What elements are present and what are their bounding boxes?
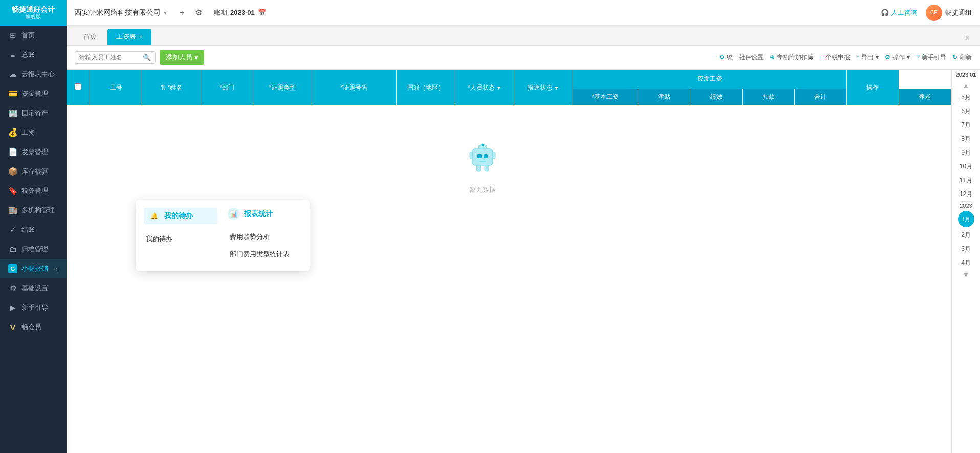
dropdown-header-1[interactable]: 🔔 我的待办: [144, 208, 217, 224]
search-box[interactable]: 🔍: [75, 51, 156, 64]
sidebar-item-member[interactable]: V 畅会员: [0, 317, 67, 337]
svg-rect-7: [485, 165, 489, 171]
month-list: 5月 6月 7月 8月 9月 10月 11月 12月: [952, 91, 980, 201]
social-insurance-button[interactable]: ⚙ 统一社保设置: [719, 53, 764, 62]
month-nav-up[interactable]: ▲: [952, 80, 980, 91]
month-panel-title: 2023.01: [952, 70, 980, 80]
service-label: 人工咨询: [891, 8, 918, 17]
user-info[interactable]: CE 畅捷通组: [926, 5, 972, 21]
calendar-icon[interactable]: 📅: [258, 9, 266, 16]
col-header-nation: 国籍（地区）: [397, 70, 455, 105]
add-person-button[interactable]: 添加人员 ▾: [160, 50, 204, 65]
month-nav-down[interactable]: ▼: [952, 270, 980, 280]
col-header-dept: *部门: [201, 70, 253, 105]
refresh-button[interactable]: ↻ 刷新: [952, 53, 972, 62]
month-item-12[interactable]: 12月: [952, 187, 980, 201]
month-item-11[interactable]: 11月: [952, 174, 980, 187]
invoices-icon: 📄: [8, 147, 17, 157]
month-item-9[interactable]: 9月: [952, 146, 980, 160]
svg-rect-3: [479, 161, 486, 162]
month-item-1-active[interactable]: 1月: [958, 211, 974, 227]
svg-rect-1: [477, 154, 482, 158]
sidebar-item-archive[interactable]: 🗂 归档管理: [0, 240, 67, 259]
col-header-checkbox[interactable]: [67, 70, 90, 105]
sidebar-item-checkout[interactable]: ✓ 结账: [0, 220, 67, 240]
tax-icon: 🔖: [8, 186, 17, 196]
sidebar-label-multi: 多机构管理: [21, 206, 55, 215]
sidebar-item-assets[interactable]: 🏢 固定资产: [0, 103, 67, 123]
tab-salary-close-icon[interactable]: ×: [139, 33, 143, 40]
sidebar-item-tax[interactable]: 🔖 税务管理: [0, 181, 67, 201]
sidebar-item-multi[interactable]: 🏬 多机构管理: [0, 201, 67, 220]
sidebar-item-guide[interactable]: ▶ 新手引导: [0, 298, 67, 317]
sidebar-item-funds[interactable]: 💳 资金管理: [0, 84, 67, 103]
tax-report-icon: □: [820, 54, 823, 61]
company-selector[interactable]: 西安虾米网络科技有限公司 ▾: [75, 8, 167, 17]
dropdown-item-dept-expense[interactable]: 部门费用类型统计表: [228, 246, 301, 263]
todo-icon: 🔔: [148, 210, 160, 222]
logo-title: 畅捷通好会计: [12, 5, 55, 14]
month-item-10[interactable]: 10月: [952, 160, 980, 174]
month-item-8[interactable]: 8月: [952, 132, 980, 146]
funds-icon: 💳: [8, 89, 17, 98]
add-company-button[interactable]: +: [175, 6, 189, 20]
tax-report-button[interactable]: □ 个税申报: [820, 53, 850, 62]
sidebar-item-invoices[interactable]: 📄 发票管理: [0, 142, 67, 162]
special-deduct-button[interactable]: ⊕ 专项附加扣除: [770, 53, 814, 62]
sidebar-item-inventory[interactable]: 📦 库存核算: [0, 162, 67, 181]
settings-button[interactable]: ⚙: [191, 6, 206, 20]
logo-sub: 旗舰版: [26, 13, 41, 20]
company-chevron-icon: ▾: [164, 9, 167, 16]
main-content: 西安虾米网络科技有限公司 ▾ + ⚙ 账期 2023-01 📅 🎧 人工咨询 C…: [67, 0, 980, 453]
sidebar-item-reports[interactable]: ☁ 云报表中心: [0, 64, 67, 84]
archive-icon: 🗂: [8, 245, 17, 254]
sidebar-item-settings[interactable]: ⚙ 基础设置: [0, 278, 67, 298]
operations-button[interactable]: ⚙ 操作 ▾: [885, 53, 910, 62]
col-header-perf: 绩效: [690, 89, 743, 105]
sidebar: 畅捷通好会计 旗舰版 ⊞ 首页 ≡ 总账 ☁ 云报表中心 💳 资金管理 🏢 固定…: [0, 0, 67, 453]
dropdown-item-my-todo[interactable]: 我的待办: [144, 230, 217, 248]
tabbar: 首页 工资表 × ×: [67, 26, 980, 46]
sidebar-label-inventory: 库存核算: [21, 167, 48, 176]
month-item-3[interactable]: 3月: [952, 242, 980, 256]
search-input[interactable]: [79, 54, 141, 61]
export-button[interactable]: ↑ 导出 ▾: [856, 53, 879, 62]
svg-rect-0: [472, 149, 493, 165]
special-deduct-label: 专项附加扣除: [777, 53, 814, 62]
special-deduct-icon: ⊕: [770, 54, 775, 61]
sidebar-label-reports: 云报表中心: [21, 70, 55, 79]
month-item-4[interactable]: 4月: [952, 256, 980, 270]
tab-home[interactable]: 首页: [75, 29, 105, 45]
service-button[interactable]: 🎧 人工咨询: [881, 8, 918, 17]
select-all-checkbox[interactable]: [75, 83, 81, 90]
dropdown-item-expense-trend[interactable]: 费用趋势分析: [228, 228, 301, 246]
month-item-6[interactable]: 6月: [952, 104, 980, 118]
col-header-name: ⇅ *姓名: [142, 70, 201, 105]
sidebar-item-salary[interactable]: 💰 工资: [0, 123, 67, 142]
newbie-guide-button[interactable]: ? 新手引导: [916, 53, 946, 62]
sidebar-label-settings: 基础设置: [21, 284, 48, 293]
dropdown-header-2[interactable]: 📊 报表统计: [228, 208, 301, 222]
sidebar-item-ledger[interactable]: ≡ 总账: [0, 45, 67, 64]
month-item-5[interactable]: 5月: [952, 91, 980, 104]
app-logo: 畅捷通好会计 旗舰版: [0, 0, 67, 26]
tab-close-right-icon[interactable]: ×: [963, 32, 972, 45]
search-icon: 🔍: [143, 54, 151, 61]
sidebar-item-xiaochang[interactable]: G 小畅报销 ◁: [0, 259, 67, 278]
sidebar-label-archive: 归档管理: [21, 245, 48, 254]
company-name: 西安虾米网络科技有限公司: [75, 8, 161, 17]
month-item-2[interactable]: 2月: [952, 228, 980, 242]
sidebar-item-home[interactable]: ⊞ 首页: [0, 26, 67, 45]
col-header-deduct: 扣款: [743, 89, 795, 105]
xiaochang-icon: G: [8, 264, 17, 273]
social-insurance-icon: ⚙: [719, 54, 725, 61]
col-header-id: 工号: [90, 70, 142, 105]
operations-dropdown-icon: ▾: [907, 54, 910, 61]
home-icon: ⊞: [8, 31, 17, 40]
add-person-label: 添加人员: [166, 53, 192, 62]
col-header-salary-group: 应发工资: [573, 70, 846, 89]
export-icon: ↑: [856, 54, 859, 61]
tab-salary[interactable]: 工资表 ×: [107, 29, 151, 45]
month-item-7[interactable]: 7月: [952, 118, 980, 132]
salary-icon: 💰: [8, 128, 17, 137]
